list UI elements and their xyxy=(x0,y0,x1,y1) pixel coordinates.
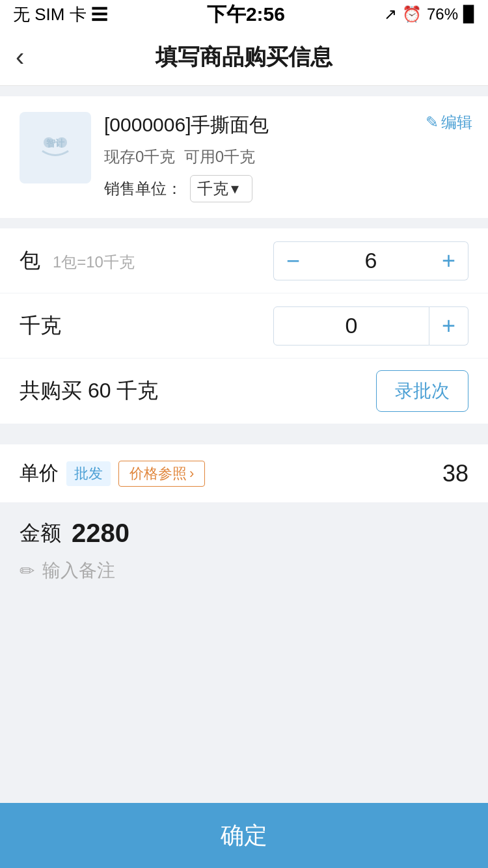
content-filler xyxy=(0,599,488,803)
unit-dropdown[interactable]: 千克 ▾ xyxy=(190,175,252,202)
product-name: [0000006]手撕面包 xyxy=(104,112,468,139)
product-card: 智计 [0000006]手撕面包 现存0千克 可用0千克 销售单位： 千克 ▾ … xyxy=(0,96,488,218)
sim-status: 无 SIM 卡 ☰ xyxy=(13,3,108,26)
bag-minus-button[interactable]: − xyxy=(273,241,312,280)
price-label: 单价 xyxy=(20,460,59,487)
product-stock: 现存0千克 可用0千克 xyxy=(104,146,468,167)
kg-quantity-control: + xyxy=(273,306,468,346)
location-icon: ↗ xyxy=(384,5,397,23)
bag-label: 包 1包=10千克 xyxy=(20,247,273,275)
nav-bar: ‹ 填写商品购买信息 xyxy=(0,29,488,86)
status-left: 无 SIM 卡 ☰ xyxy=(13,3,108,26)
product-logo-icon: 智计 xyxy=(36,128,75,167)
edit-icon: ✎ xyxy=(426,113,439,131)
dropdown-arrow-icon: ▾ xyxy=(231,180,239,198)
product-unit-row: 销售单位： 千克 ▾ xyxy=(104,175,468,202)
remark-placeholder: 输入备注 xyxy=(42,558,115,583)
bag-sublabel: 1包=10千克 xyxy=(53,253,135,271)
amount-label: 金额 xyxy=(20,519,61,548)
svg-text:智计: 智计 xyxy=(46,138,65,148)
alarm-icon: ⏰ xyxy=(402,5,422,23)
price-row: 单价 批发 价格参照 › 38 xyxy=(0,444,488,503)
amount-value: 2280 xyxy=(72,519,129,548)
quantity-section: 包 1包=10千克 − + 千克 + xyxy=(0,228,488,359)
product-image: 智计 xyxy=(20,112,91,183)
amount-row: 金额 2280 xyxy=(20,519,468,548)
confirm-button-label: 确定 xyxy=(221,820,267,852)
batch-tag: 批发 xyxy=(66,461,111,486)
pencil-icon: ✏ xyxy=(20,560,34,582)
bag-quantity-input[interactable] xyxy=(312,241,429,280)
divider-2 xyxy=(0,424,488,434)
battery-level: 76% xyxy=(427,5,458,23)
price-value: 38 xyxy=(442,460,468,487)
summary-text: 共购买 60 千克 xyxy=(20,377,158,405)
divider-1 xyxy=(0,218,488,228)
edit-button[interactable]: ✎ 编辑 xyxy=(426,112,472,133)
status-time: 下午2:56 xyxy=(207,1,285,28)
summary-row: 共购买 60 千克 录批次 xyxy=(0,359,488,424)
bag-input-row: 包 1包=10千克 − + xyxy=(0,228,488,293)
kg-input-row: 千克 + xyxy=(0,293,488,359)
battery-icon: ▉ xyxy=(463,5,475,23)
status-bar: 无 SIM 卡 ☰ 下午2:56 ↗ ⏰ 76% ▉ xyxy=(0,0,488,29)
product-info: [0000006]手撕面包 现存0千克 可用0千克 销售单位： 千克 ▾ xyxy=(104,112,468,202)
record-batch-button[interactable]: 录批次 xyxy=(376,370,468,412)
kg-quantity-input[interactable] xyxy=(273,306,429,346)
reference-arrow-icon: › xyxy=(189,465,194,482)
bag-plus-button[interactable]: + xyxy=(429,241,468,280)
amount-section: 金额 2280 ✏ 输入备注 xyxy=(0,503,488,599)
kg-label: 千克 xyxy=(20,312,273,340)
confirm-bar[interactable]: 确定 xyxy=(0,803,488,868)
back-button[interactable]: ‹ xyxy=(16,42,24,72)
unit-label: 销售单位： xyxy=(104,178,182,199)
bag-quantity-control: − + xyxy=(273,241,468,280)
price-reference-button[interactable]: 价格参照 › xyxy=(118,461,205,487)
remark-row[interactable]: ✏ 输入备注 xyxy=(20,558,468,583)
price-section: 单价 批发 价格参照 › 38 xyxy=(0,444,488,503)
page-title: 填写商品购买信息 xyxy=(156,42,332,72)
status-right: ↗ ⏰ 76% ▉ xyxy=(384,5,475,23)
kg-plus-button[interactable]: + xyxy=(429,306,468,346)
